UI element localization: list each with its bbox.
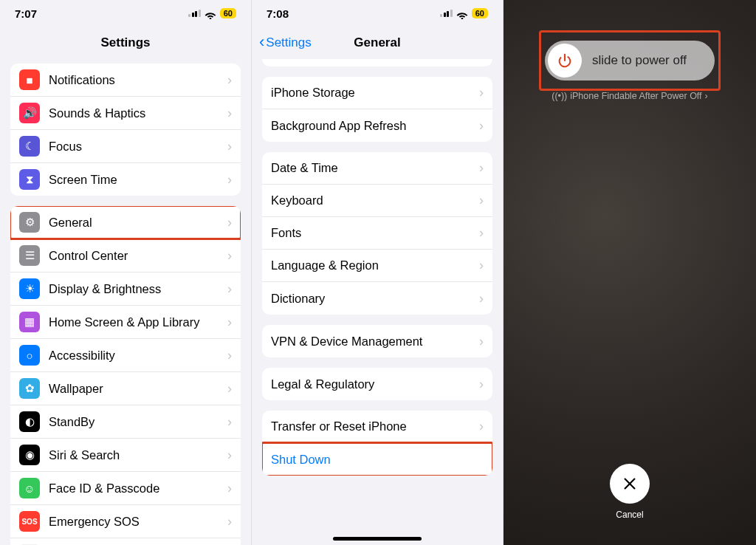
general-row-carplay[interactable]: CarPlay › [262, 59, 492, 66]
list-group: VPN & Device Management› [262, 325, 492, 357]
row-label: Display & Brightness [49, 282, 227, 296]
navbar: ‹ Settings General [252, 27, 503, 59]
general-row-dict[interactable]: Dictionary› [262, 282, 492, 315]
wifi-icon [456, 9, 468, 18]
battery-indicator: 60 [220, 8, 236, 18]
list-group: Transfer or Reset iPhone›Shut Down [262, 411, 492, 476]
settings-row-homescreen[interactable]: ▦Home Screen & App Library› [10, 306, 241, 339]
sun-icon: ☀︎ [19, 278, 40, 299]
navbar: Settings [0, 27, 251, 59]
settings-row-focus[interactable]: ☾Focus› [10, 130, 241, 163]
settings-row-standby[interactable]: ◐StandBy› [10, 405, 241, 439]
back-button[interactable]: ‹ Settings [259, 27, 312, 59]
page-title: General [354, 35, 400, 50]
row-label: Emergency SOS [49, 515, 227, 529]
slide-label: slide to power off [582, 53, 712, 68]
chevron-right-icon: › [705, 91, 708, 101]
slide-to-poweroff[interactable]: slide to power off [545, 41, 715, 80]
list-group: ⚙︎General›☰Control Center›☀︎Display & Br… [10, 206, 241, 545]
row-label: Shut Down [271, 453, 484, 467]
general-row-keyboard[interactable]: Keyboard› [262, 185, 492, 217]
findable-link[interactable]: ((•)) iPhone Findable After Power Off › [551, 91, 708, 101]
status-time: 7:07 [15, 7, 37, 20]
standby-icon: ◐ [19, 411, 40, 432]
speaker-icon: 🔊 [19, 103, 40, 123]
settings-row-wallpaper[interactable]: ✿Wallpaper› [10, 372, 241, 405]
general-row-shutdown[interactable]: Shut Down [262, 443, 492, 476]
power-knob[interactable] [548, 44, 582, 78]
grid-icon: ▦ [19, 312, 40, 332]
status-indicators: 60 [440, 8, 488, 18]
home-indicator[interactable] [333, 537, 422, 541]
general-row-fonts[interactable]: Fonts› [262, 217, 492, 250]
list-group: ■Notifications›🔊Sounds & Haptics›☾Focus›… [10, 64, 241, 196]
settings-list[interactable]: ■Notifications›🔊Sounds & Haptics›☾Focus›… [0, 59, 251, 545]
page-title: Settings [100, 35, 150, 50]
general-row-legal[interactable]: Legal & Regulatory› [262, 368, 492, 400]
list-group: Date & Time›Keyboard›Fonts›Language & Re… [262, 152, 492, 315]
chevron-right-icon: › [227, 139, 232, 154]
chevron-right-icon: › [227, 381, 232, 397]
general-row-vpn[interactable]: VPN & Device Management› [262, 325, 492, 357]
cellular-icon [440, 10, 453, 17]
settings-row-general[interactable]: ⚙︎General› [10, 206, 241, 239]
row-label: Screen Time [49, 173, 227, 187]
row-label: Accessibility [49, 349, 227, 363]
row-label: Sounds & Haptics [49, 106, 227, 120]
chevron-right-icon: › [479, 419, 484, 434]
settings-row-screentime[interactable]: ⧗Screen Time› [10, 163, 241, 196]
chevron-right-icon: › [227, 514, 232, 529]
row-label: General [49, 216, 227, 230]
settings-row-notifications[interactable]: ■Notifications› [10, 64, 241, 97]
settings-row-exposure[interactable]: ✺Exposure Notifications› [10, 538, 241, 545]
poweroff-pane: slide to power off ((•)) iPhone Findable… [504, 0, 756, 545]
chevron-right-icon: › [227, 172, 232, 188]
siri-icon: ◉ [19, 445, 40, 465]
close-icon [622, 476, 638, 492]
settings-row-siri[interactable]: ◉Siri & Search› [10, 439, 241, 472]
row-label: Keyboard [271, 193, 479, 208]
settings-row-display[interactable]: ☀︎Display & Brightness› [10, 272, 241, 306]
status-bar: 7:08 60 [252, 0, 503, 27]
chevron-right-icon: › [227, 106, 232, 121]
chevron-right-icon: › [227, 248, 232, 264]
chevron-right-icon: › [227, 448, 232, 463]
general-row-datetime[interactable]: Date & Time› [262, 152, 492, 185]
row-label: Fonts [271, 226, 479, 240]
chevron-right-icon: › [479, 193, 484, 208]
general-row-lang[interactable]: Language & Region› [262, 250, 492, 282]
settings-pane: 7:07 60 Settings ■Notifications›🔊Sounds … [0, 0, 252, 545]
row-label: iPhone Storage [271, 86, 479, 100]
row-label: Legal & Regulatory [271, 377, 479, 391]
chevron-right-icon: › [479, 118, 484, 134]
row-label: Dictionary [271, 292, 479, 306]
general-row-storage[interactable]: iPhone Storage› [262, 77, 492, 109]
settings-row-accessibility[interactable]: ○Accessibility› [10, 339, 241, 372]
general-row-transfer[interactable]: Transfer or Reset iPhone› [262, 411, 492, 443]
chevron-right-icon: › [227, 72, 232, 88]
chevron-right-icon: › [227, 481, 232, 496]
chevron-right-icon: › [479, 258, 484, 273]
settings-row-sounds[interactable]: 🔊Sounds & Haptics› [10, 97, 241, 130]
row-label: Date & Time [271, 161, 479, 175]
person-icon: ○ [19, 345, 40, 366]
wifi-icon [205, 9, 216, 18]
general-list[interactable]: CarPlay › iPhone Storage›Background App … [252, 59, 503, 538]
settings-row-controlcenter[interactable]: ☰Control Center› [10, 239, 241, 272]
chevron-right-icon: › [227, 348, 232, 363]
poweroff-overlay: slide to power off ((•)) iPhone Findable… [504, 0, 756, 545]
findable-label: iPhone Findable After Power Off [570, 91, 701, 101]
general-row-refresh[interactable]: Background App Refresh› [262, 109, 492, 142]
row-label: StandBy [49, 415, 227, 429]
settings-row-faceid[interactable]: ☺︎Face ID & Passcode› [10, 472, 241, 505]
chevron-right-icon: › [227, 215, 232, 230]
row-label: Control Center [49, 249, 227, 263]
row-label: Background App Refresh [271, 119, 479, 133]
settings-row-sos[interactable]: SOSEmergency SOS› [10, 505, 241, 538]
chevron-right-icon: › [227, 281, 232, 297]
chevron-right-icon: › [479, 334, 484, 349]
chevron-right-icon: › [479, 377, 484, 392]
row-label: Language & Region [271, 258, 479, 272]
row-label: Home Screen & App Library [49, 315, 227, 329]
cancel-button[interactable] [610, 464, 650, 504]
